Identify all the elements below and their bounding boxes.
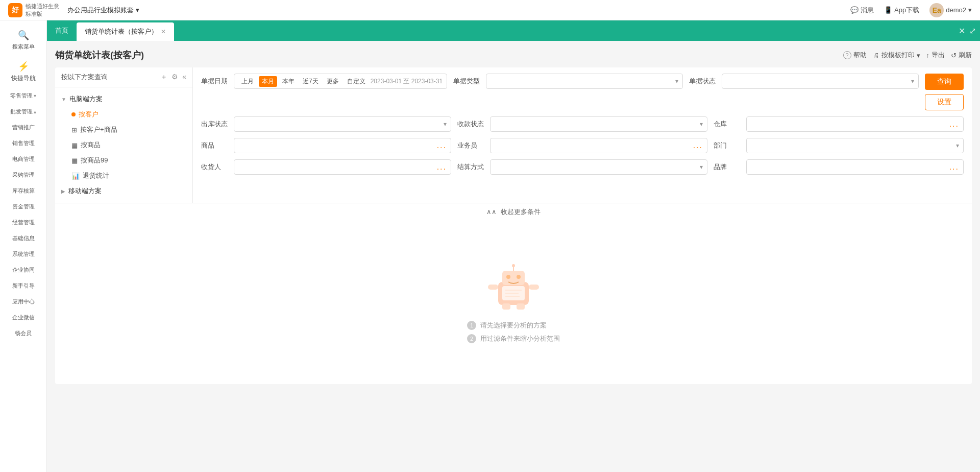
sidebar-item-purchase[interactable]: 采购管理 xyxy=(0,167,46,183)
sidebar-item-apps[interactable]: 应用中心 xyxy=(0,294,46,310)
print-button[interactable]: 🖨 按模板打印 ▾ xyxy=(873,51,920,60)
table-icon: ▦ xyxy=(71,157,78,164)
tab-maximize-icon[interactable]: ⤢ xyxy=(969,26,976,36)
sidebar-item-newbie[interactable]: 新手引导 xyxy=(0,278,46,294)
page-header: 销货单统计表(按客户) ? 帮助 🖨 按模板打印 ▾ ↑ xyxy=(55,49,972,61)
sidebar-item-retail[interactable]: 零售管理 ▾ xyxy=(0,88,46,104)
sidebar-item-system[interactable]: 系统管理 xyxy=(0,246,46,262)
goods-control[interactable]: ... xyxy=(234,138,451,153)
collapse-bar[interactable]: ∧∧ 收起更多条件 xyxy=(55,203,972,221)
tab-sales-stat[interactable]: 销货单统计表（按客户） ✕ xyxy=(77,22,174,41)
empty-tip-1: 1 请先选择要分析的方案 xyxy=(467,321,560,330)
warehouse-label: 仓库 xyxy=(714,120,742,129)
chevron-down-icon: ▾ xyxy=(675,78,678,85)
svg-rect-8 xyxy=(502,303,510,310)
export-button[interactable]: ↑ 导出 xyxy=(926,51,945,60)
scheme-collapse-button[interactable]: « xyxy=(182,73,186,82)
brand-label: 品牌 xyxy=(714,162,742,172)
scheme-item-by-customer-goods[interactable]: ⊞ 按客户+商品 xyxy=(65,122,192,137)
tab-close-all-icon[interactable]: ✕ xyxy=(959,26,965,36)
brand-control[interactable]: ... xyxy=(746,159,964,175)
scheme-group-mobile-header[interactable]: ▶ 移动端方案 xyxy=(55,183,192,199)
sidebar-item-wechat[interactable]: 企业微信 xyxy=(0,310,46,325)
receiver-control[interactable]: ... xyxy=(234,159,451,175)
query-button[interactable]: 查询 xyxy=(925,74,964,90)
receiver-label: 收货人 xyxy=(201,162,230,172)
table-icon: ▦ xyxy=(71,141,78,149)
order-status-control[interactable]: ▾ xyxy=(722,74,919,89)
nav-icon: ⚡ xyxy=(18,61,29,72)
main-panel: 按以下方案查询 ＋ ⚙ « xyxy=(55,67,972,384)
ship-status-label: 出库状态 xyxy=(201,120,230,129)
tab-close-icon[interactable]: ✕ xyxy=(161,28,166,35)
page-title: 销货单统计表(按客户) xyxy=(55,49,144,61)
sidebar-item-marketing[interactable]: 营销推广 xyxy=(0,120,46,135)
sidebar-item-finance[interactable]: 资金管理 xyxy=(0,199,46,215)
user-profile[interactable]: Ea demo2 ▾ xyxy=(929,3,972,17)
filter-left: 按以下方案查询 ＋ ⚙ « xyxy=(55,67,193,203)
chevron-down-icon: ▾ xyxy=(136,6,139,14)
order-type-control[interactable]: ▾ xyxy=(486,74,683,89)
salesperson-control[interactable]: ... xyxy=(490,138,707,153)
date-tab-this-year[interactable]: 本年 xyxy=(279,76,298,87)
scheme-item-return-stat[interactable]: 📊 退货统计 xyxy=(65,168,192,183)
tab-home[interactable]: 首页 xyxy=(47,20,77,41)
svg-rect-9 xyxy=(517,303,525,310)
pay-status-control[interactable]: ▾ xyxy=(490,116,707,132)
sidebar-item-search[interactable]: 🔍 搜索菜单 xyxy=(0,25,46,56)
order-status-label: 单据状态 xyxy=(689,77,718,86)
sidebar-item-basic[interactable]: 基础信息 xyxy=(0,230,46,246)
page-content: 销货单统计表(按客户) ? 帮助 🖨 按模板打印 ▾ ↑ xyxy=(47,41,980,472)
app-download-icon: 📱 xyxy=(884,6,892,14)
chevron-up-icon: ▴ xyxy=(34,109,36,114)
message-button[interactable]: 💬 消息 xyxy=(850,6,874,15)
empty-tips: 1 请先选择要分析的方案 2 用过滤条件来缩小分析范围 xyxy=(467,321,560,343)
tab-bar: 首页 销货单统计表（按客户） ✕ ✕ ⤢ xyxy=(47,20,980,41)
dept-control[interactable]: ▾ xyxy=(746,138,964,153)
sidebar-item-sales[interactable]: 销售管理 xyxy=(0,135,46,151)
date-range-text: 2023-03-01 至 2023-03-31 xyxy=(371,77,443,86)
sidebar-item-nav[interactable]: ⚡ 快捷导航 xyxy=(0,56,46,88)
chevron-down-icon: ▾ xyxy=(444,121,447,128)
avatar: Ea xyxy=(929,3,944,17)
scheme-add-button[interactable]: ＋ xyxy=(160,73,167,82)
scheme-items-desktop: 按客户 ⊞ 按客户+商品 ▦ 按商品 xyxy=(55,107,192,183)
industry-selector[interactable]: 办公用品行业模拟账套 ▾ xyxy=(63,4,143,17)
scheme-item-by-goods99[interactable]: ▦ 按商品99 xyxy=(65,153,192,168)
chevron-down-icon: ▾ xyxy=(34,93,36,99)
sidebar-item-wholesale[interactable]: 批发管理 ▴ xyxy=(0,104,46,120)
scheme-item-by-goods[interactable]: ▦ 按商品 xyxy=(65,137,192,153)
app-download-button[interactable]: 📱 App下载 xyxy=(884,6,919,15)
svg-rect-1 xyxy=(502,271,525,285)
sidebar-item-ecom[interactable]: 电商管理 xyxy=(0,151,46,167)
svg-point-2 xyxy=(506,275,510,279)
scheme-item-by-customer[interactable]: 按客户 xyxy=(65,107,192,122)
svg-point-5 xyxy=(512,264,515,267)
ship-status-control[interactable]: ▾ xyxy=(234,116,451,132)
sidebar-item-inventory[interactable]: 库存核算 xyxy=(0,183,46,199)
sidebar-item-corp[interactable]: 企业协同 xyxy=(0,262,46,278)
chart-icon: 📊 xyxy=(71,172,80,180)
settlement-control[interactable]: ▾ xyxy=(490,159,707,175)
setting-button[interactable]: 设置 xyxy=(925,94,964,110)
sidebar-item-member[interactable]: 畅会员 xyxy=(0,325,46,341)
refresh-button[interactable]: ↺ 刷新 xyxy=(951,51,972,60)
help-button[interactable]: ? 帮助 xyxy=(843,51,867,60)
warehouse-control[interactable]: ... xyxy=(746,116,964,132)
svg-rect-6 xyxy=(488,285,498,290)
sidebar-item-ops[interactable]: 经营管理 xyxy=(0,215,46,230)
date-tab-7days[interactable]: 近7天 xyxy=(300,76,322,87)
scheme-group-desktop-header[interactable]: ▼ 电脑端方案 xyxy=(55,91,192,107)
scheme-tree: ▼ 电脑端方案 按客户 xyxy=(55,87,192,203)
date-tab-last-month[interactable]: 上月 xyxy=(238,76,257,87)
chevron-down-icon: ▾ xyxy=(700,121,703,128)
date-range-control[interactable]: 上月 本月 本年 近7天 更多 自定义 2023-03-01 至 20 xyxy=(234,74,447,89)
scheme-edit-button[interactable]: ⚙ xyxy=(172,73,178,82)
date-tab-this-month[interactable]: 本月 xyxy=(259,76,277,87)
date-tab-more[interactable]: 更多 xyxy=(324,76,342,87)
chevron-down-icon: ▾ xyxy=(700,163,703,171)
order-type-label: 单据类型 xyxy=(453,77,482,86)
date-tabs: 上月 本月 本年 近7天 更多 自定义 xyxy=(238,76,369,87)
date-tab-custom[interactable]: 自定义 xyxy=(344,76,369,87)
dept-label: 部门 xyxy=(714,141,742,150)
